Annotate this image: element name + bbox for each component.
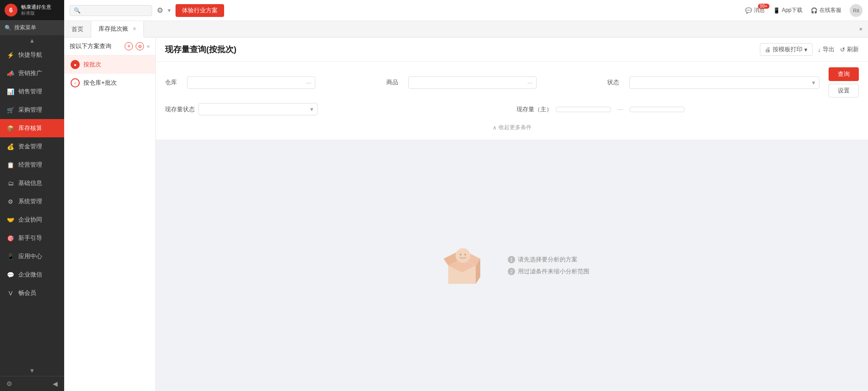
stock-qty-to[interactable] xyxy=(630,107,685,112)
sidebar-item-jingying[interactable]: 📋 经营管理 xyxy=(0,156,64,174)
sidebar-item-label: 新手引导 xyxy=(18,234,42,242)
sidebar-item-xitong[interactable]: ⚙ 系统管理 xyxy=(0,192,64,211)
topbar-search[interactable]: 🔍 xyxy=(70,5,152,16)
collapse-icon: ∧ xyxy=(493,125,497,131)
empty-state: 1 请先选择要分析的方案 2 用过滤条件来缩小分析范围 xyxy=(156,140,868,391)
sidebar-scroll-up[interactable]: ▲ xyxy=(0,35,64,46)
sidebar-item-jichu[interactable]: 🗂 基础信息 xyxy=(0,174,64,192)
topbar-gear-icon[interactable]: ⚙ xyxy=(157,6,163,15)
sidebar-scroll-down[interactable]: ▼ xyxy=(0,365,64,376)
sidebar-item-caigou[interactable]: 🛒 采购管理 xyxy=(0,101,64,119)
settings-icon[interactable]: ⚙ xyxy=(6,380,12,387)
tab-active-label: 库存批次账 xyxy=(99,25,128,33)
sidebar-item-zijin[interactable]: 💰 资金管理 xyxy=(0,137,64,156)
stock-status-dropdown-icon: ▾ xyxy=(310,106,313,113)
stock-qty-label: 现存量（主） xyxy=(516,105,552,114)
product-input[interactable]: ··· xyxy=(408,76,537,89)
empty-tip-1: 1 请先选择要分析的方案 xyxy=(508,255,589,264)
sidebar-item-label: 销售管理 xyxy=(18,87,42,96)
empty-content: 1 请先选择要分析的方案 2 用过滤条件来缩小分析范围 xyxy=(434,238,589,293)
sidebar-item-label: 营销推广 xyxy=(18,69,42,77)
sidebar-item-label: 资金管理 xyxy=(18,142,42,151)
product-label: 商品 xyxy=(386,78,405,87)
trial-button[interactable]: 体验行业方案 xyxy=(176,4,224,17)
tab-home[interactable]: 首页 xyxy=(64,21,91,37)
tip-num-1: 1 xyxy=(508,256,515,263)
weixin-icon: 💬 xyxy=(6,271,15,279)
scheme-settings-icon[interactable]: ⚙ xyxy=(136,42,144,50)
tip-num-2: 2 xyxy=(508,268,515,275)
scheme-pici-icon: ● xyxy=(71,60,80,69)
topbar-actions: 💬 消息 99+ 📱 App下载 🎧 在线客服 Rit xyxy=(745,4,863,17)
sidebar-item-yingxiao[interactable]: 📣 营销推广 xyxy=(0,64,64,82)
stock-qty-field: 现存量（主） — xyxy=(516,105,859,114)
empty-illustration xyxy=(434,238,489,293)
sidebar-item-label: 应用中心 xyxy=(18,252,42,261)
main-wrapper: 🔍 ⚙ ▾ 体验行业方案 💬 消息 99+ 📱 App下载 🎧 在线客服 Rit xyxy=(64,0,868,391)
tab-kucun-pici[interactable]: 库存批次账 × xyxy=(91,21,144,38)
collapse-sidebar-icon[interactable]: ◀ xyxy=(53,380,58,387)
collapse-panel-icon[interactable]: « xyxy=(147,43,150,49)
filter-row-2: 现存量状态 ▾ 现存量（主） — xyxy=(165,103,859,115)
svg-point-7 xyxy=(464,254,466,255)
warehouse-label: 仓库 xyxy=(165,78,183,87)
settings-button[interactable]: 设置 xyxy=(829,84,859,98)
sidebar-header: 6 畅康通好生意 标准版 xyxy=(0,0,64,20)
collapse-label: 收起更多条件 xyxy=(499,124,532,131)
empty-tip-2: 2 用过滤条件来缩小分析范围 xyxy=(508,267,589,276)
messages-action[interactable]: 💬 消息 99+ xyxy=(745,6,765,14)
status-label: 状态 xyxy=(607,78,626,87)
user-avatar[interactable]: Rit xyxy=(850,4,863,17)
page-header: 现存量查询(按批次) 🖨 按模板打印 ▾ ↓ 导出 ↺ 刷新 xyxy=(156,38,868,62)
right-panel: 现存量查询(按批次) 🖨 按模板打印 ▾ ↓ 导出 ↺ 刷新 xyxy=(156,38,868,391)
sidebar-item-yingyong[interactable]: 📱 应用中心 xyxy=(0,247,64,266)
sidebar-item-label: 快捷导航 xyxy=(18,51,42,59)
action-btns: 查询 设置 xyxy=(829,67,859,98)
scheme-pici[interactable]: ● 按批次 xyxy=(64,55,155,74)
sidebar-search[interactable]: 🔍 搜索菜单 xyxy=(0,20,64,35)
status-select[interactable]: ▾ xyxy=(629,76,819,89)
sidebar-item-xiaoshou[interactable]: 📊 销售管理 xyxy=(0,82,64,101)
product-field: 商品 ··· xyxy=(386,76,599,89)
topbar-dropdown-icon[interactable]: ▾ xyxy=(168,7,171,14)
sidebar-item-kuaijie[interactable]: ⚡ 快捷导航 xyxy=(0,46,64,64)
xiaoshou-icon: 📊 xyxy=(6,87,15,96)
sidebar-item-kucun[interactable]: 📦 库存核算 xyxy=(0,119,64,137)
stock-qty-from[interactable] xyxy=(556,107,611,112)
export-icon: ↓ xyxy=(818,46,821,53)
tab-panel-close[interactable]: × xyxy=(853,21,868,37)
sidebar-item-label: 基础信息 xyxy=(18,179,42,187)
scheme-cangku-pici[interactable]: ○ 按仓库+批次 xyxy=(64,74,155,92)
sidebar-item-huiyuan[interactable]: V 畅会员 xyxy=(0,284,64,302)
query-button[interactable]: 查询 xyxy=(829,67,859,81)
print-button[interactable]: 🖨 按模板打印 ▾ xyxy=(760,43,813,56)
kuaijie-icon: ⚡ xyxy=(6,51,15,59)
warehouse-input[interactable]: ··· xyxy=(187,76,315,89)
export-button[interactable]: ↓ 导出 xyxy=(818,45,835,54)
tab-close-icon[interactable]: × xyxy=(133,26,136,32)
app-name: 畅康通好生意 xyxy=(21,4,51,10)
search-icon: 🔍 xyxy=(5,25,11,31)
online-service-action[interactable]: 🎧 在线客服 xyxy=(811,6,841,14)
stock-status-label: 现存量状态 xyxy=(165,105,195,114)
print-label: 按模板打印 xyxy=(773,45,802,54)
warehouse-dots: ··· xyxy=(306,79,311,86)
collapse-row[interactable]: ∧ 收起更多条件 xyxy=(165,121,859,134)
refresh-button[interactable]: ↺ 刷新 xyxy=(840,45,859,54)
scheme-pici-label: 按批次 xyxy=(83,60,101,69)
refresh-label: 刷新 xyxy=(847,45,859,54)
app-download-action[interactable]: 📱 App下载 xyxy=(773,6,802,14)
add-scheme-icon[interactable]: + xyxy=(125,42,133,50)
app-download-label: App下载 xyxy=(782,6,802,14)
sidebar-item-label: 采购管理 xyxy=(18,106,42,114)
print-dropdown-icon[interactable]: ▾ xyxy=(804,46,808,53)
yingxiao-icon: 📣 xyxy=(6,69,15,77)
sidebar-item-xinshou[interactable]: 🎯 新手引导 xyxy=(0,229,64,247)
sidebar-item-weixin[interactable]: 💬 企业微信 xyxy=(0,266,64,284)
warehouse-field: 仓库 ··· xyxy=(165,76,377,89)
sidebar-item-label: 经营管理 xyxy=(18,161,42,169)
sidebar-item-qiye[interactable]: 🤝 企业协同 xyxy=(0,211,64,229)
stock-status-select[interactable]: ▾ xyxy=(198,103,318,115)
filter-area: 仓库 ··· 商品 ··· 状态 xyxy=(156,62,868,140)
scheme-cangku-label: 按仓库+批次 xyxy=(83,79,117,87)
